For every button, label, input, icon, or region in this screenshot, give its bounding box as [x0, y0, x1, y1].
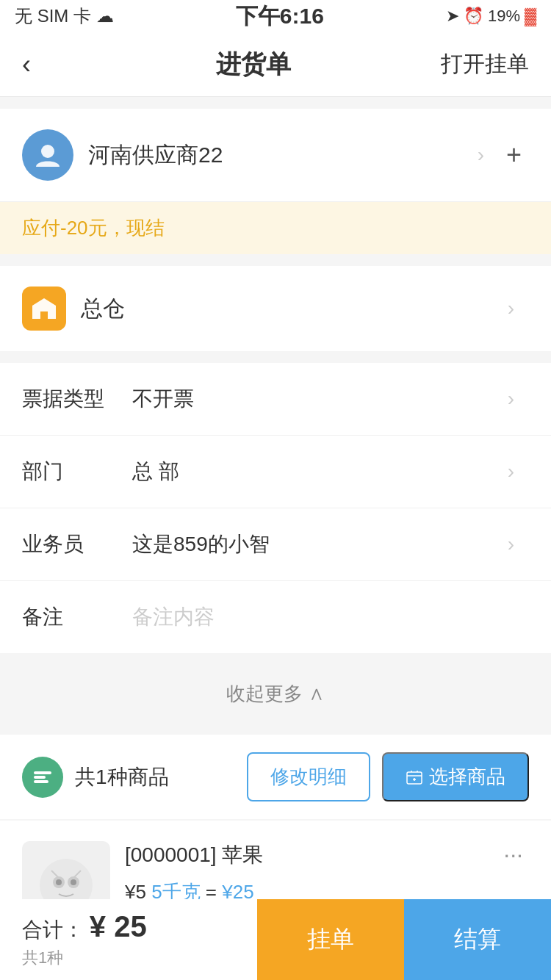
warehouse-row[interactable]: 总仓 › [0, 266, 551, 351]
svg-point-10 [71, 879, 76, 885]
product-more-button[interactable]: ··· [497, 841, 529, 868]
notice-text: 应付-20元，现结 [22, 217, 165, 239]
warehouse-name: 总仓 [81, 294, 508, 324]
battery-level: 19% [488, 7, 520, 26]
nav-bar: ‹ 进货单 打开挂单 [0, 32, 551, 97]
settle-label: 结算 [454, 923, 501, 956]
svg-rect-2 [34, 771, 51, 774]
svg-rect-1 [40, 311, 48, 319]
department-chevron-icon: › [508, 460, 514, 483]
status-time: 下午6:16 [236, 1, 324, 32]
location-icon: ➤ [446, 7, 459, 26]
invoice-type-row[interactable]: 票据类型 不开票 › [0, 363, 551, 436]
supplier-avatar [22, 129, 73, 181]
remark-placeholder[interactable]: 备注内容 [110, 603, 529, 631]
settle-button[interactable]: 结算 [404, 899, 551, 980]
product-count-text: 共1种商品 [75, 763, 235, 791]
status-bar: 无 SIM 卡 ☁ 下午6:16 ➤ ⏰ 19% ▓ [0, 0, 551, 32]
alarm-icon: ⏰ [464, 7, 483, 26]
warehouse-icon [22, 287, 66, 331]
hang-order-label: 挂单 [307, 923, 354, 956]
notice-bar: 应付-20元，现结 [0, 202, 551, 254]
supplier-name: 河南供应商22 [88, 140, 478, 170]
supplier-row[interactable]: 河南供应商22 › + [0, 109, 551, 202]
product-header: 共1种商品 修改明细 选择商品 [0, 735, 551, 819]
add-button[interactable]: + [499, 140, 529, 170]
salesperson-row[interactable]: 业务员 这是859的小智 › [0, 508, 551, 581]
department-value: 总 部 [110, 458, 508, 486]
salesperson-chevron-icon: › [508, 533, 514, 556]
svg-point-0 [41, 145, 54, 158]
warehouse-section: 总仓 › [0, 266, 551, 351]
invoice-type-chevron-icon: › [508, 387, 514, 411]
select-product-label: 选择商品 [429, 764, 505, 790]
supplier-section: 河南供应商22 › + 应付-20元，现结 [0, 109, 551, 254]
footer: 合计： ¥ 25 共1种 挂单 结算 [0, 899, 551, 980]
product-name: [0000001] 苹果 [125, 841, 483, 869]
warehouse-chevron-icon: › [508, 297, 514, 320]
svg-point-9 [56, 879, 62, 885]
product-info: [0000001] 苹果 ¥5 5千克 = ¥25 [125, 841, 483, 905]
battery-icon: ▓ [525, 7, 536, 26]
hang-order-button[interactable]: 挂单 [257, 899, 404, 980]
total-amount: ¥ 25 [90, 910, 147, 943]
invoice-type-label: 票据类型 [22, 385, 110, 413]
supplier-chevron-icon: › [478, 143, 484, 167]
collapse-bar[interactable]: 收起更多 ∧ [0, 665, 551, 723]
status-left: 无 SIM 卡 ☁ [15, 4, 114, 28]
sim-status: 无 SIM 卡 ☁ [15, 4, 114, 28]
remark-label: 备注 [22, 603, 110, 631]
back-button[interactable]: ‹ [22, 49, 66, 80]
product-count-icon [22, 757, 63, 798]
open-pending-button[interactable]: 打开挂单 [441, 49, 529, 79]
collapse-text: 收起更多 ∧ [226, 682, 324, 705]
remark-row[interactable]: 备注 备注内容 [0, 581, 551, 653]
page-title: 进货单 [216, 48, 291, 82]
invoice-type-value: 不开票 [110, 385, 508, 413]
total-sub: 共1种 [22, 947, 235, 969]
salesperson-value: 这是859的小智 [110, 530, 508, 558]
svg-rect-3 [34, 776, 46, 779]
department-row[interactable]: 部门 总 部 › [0, 436, 551, 508]
department-label: 部门 [22, 458, 110, 486]
edit-detail-button[interactable]: 修改明细 [247, 752, 370, 801]
form-section: 票据类型 不开票 › 部门 总 部 › 业务员 这是859的小智 › 备注 备注… [0, 363, 551, 653]
status-right: ➤ ⏰ 19% ▓ [446, 7, 536, 26]
footer-total: 合计： ¥ 25 共1种 [0, 910, 257, 969]
total-label: 合计： [22, 918, 84, 941]
salesperson-label: 业务员 [22, 530, 110, 558]
svg-rect-4 [34, 780, 48, 783]
select-product-button[interactable]: 选择商品 [382, 752, 529, 801]
